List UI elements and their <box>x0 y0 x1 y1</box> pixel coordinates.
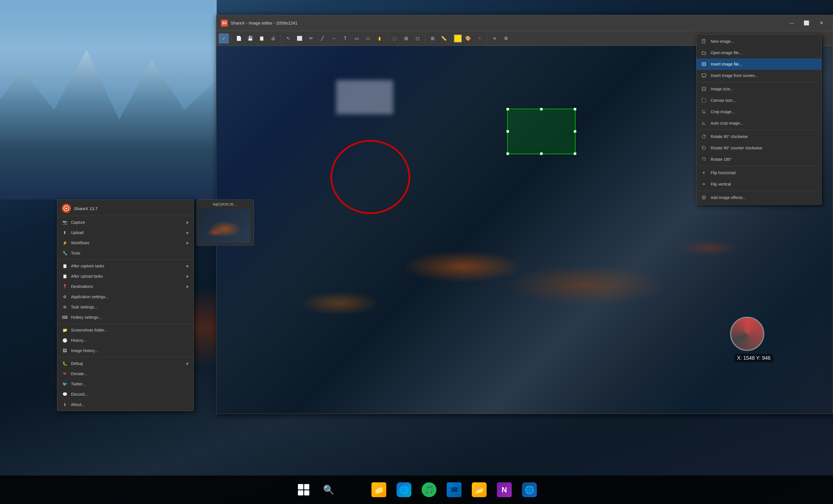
maximize-button[interactable]: ⬜ <box>800 18 813 28</box>
cancel-tool-button[interactable]: ✕ <box>474 33 485 44</box>
ctx-item-auto-crop[interactable]: A Auto crop image... <box>696 117 821 129</box>
arrow-tool-button[interactable]: → <box>329 33 339 44</box>
menu-tool-button[interactable]: ≡ <box>490 33 500 44</box>
copy-tool-button[interactable]: 📋 <box>257 33 267 44</box>
menu-item-app-settings[interactable]: ⚙ Application settings... <box>57 292 194 302</box>
grid-tool-button[interactable]: ⊞ <box>427 33 437 44</box>
handle-tr[interactable] <box>574 108 576 111</box>
ctx-item-insert-image[interactable]: Insert image file... <box>696 58 821 70</box>
edge-button[interactable]: 🌐 <box>392 478 415 501</box>
eraser-tool-button[interactable]: ◻ <box>412 33 423 44</box>
ctx-item-insert-from-screen[interactable]: Insert image from screen... <box>696 70 821 81</box>
menu-item-task-settings[interactable]: ⚙ Task settings... <box>57 302 194 312</box>
cursor-tool-button[interactable]: ↖ <box>283 33 293 44</box>
svg-marker-19 <box>703 184 705 185</box>
color-picker-button[interactable]: 🎨 <box>463 33 473 44</box>
ctx-item-open-image[interactable]: Open image file... <box>696 47 821 58</box>
ruler-tool-button[interactable]: 📏 <box>439 33 449 44</box>
ctx-item-image-size[interactable]: Image size... <box>696 83 821 95</box>
submenu-arrow: ▶ <box>186 241 189 245</box>
menu-item-history[interactable]: 🕐 History... <box>57 335 194 345</box>
ctx-item-add-effects[interactable]: Add image effects... <box>696 192 821 203</box>
print-tool-button[interactable]: 🖨 <box>268 33 278 44</box>
ctx-item-flip-v[interactable]: Flip vertical <box>696 178 821 190</box>
handle-tl[interactable] <box>506 108 509 111</box>
color-picker-preview <box>730 317 764 351</box>
capture-thumbnail[interactable] <box>199 209 251 243</box>
ctx-insert-image-label: Insert image file... <box>711 62 742 66</box>
tools-icon: 🔧 <box>62 250 68 256</box>
search-taskbar-button[interactable]: 🔍 <box>317 478 340 501</box>
rectangle-tool-button[interactable]: ▭ <box>352 33 362 44</box>
handle-bl[interactable] <box>506 152 509 155</box>
line-tool-button[interactable]: ╱ <box>317 33 328 44</box>
selection-tool-button[interactable]: ⬜ <box>294 33 305 44</box>
color-swatch[interactable] <box>454 34 462 43</box>
ctx-item-rotate-cw[interactable]: Rotate 90° clockwise <box>696 131 821 142</box>
canvas-size-ctx-icon <box>701 97 707 103</box>
menu-item-tools[interactable]: 🔧 Tools <box>57 248 194 258</box>
ctx-item-canvas-size[interactable]: Canvas size... <box>696 95 821 106</box>
close-button[interactable]: ✕ <box>814 18 828 28</box>
menu-item-hotkey-settings[interactable]: ⌨ Hotkey settings... <box>57 312 194 322</box>
handle-br[interactable] <box>574 152 576 155</box>
handle-tm[interactable] <box>540 108 543 111</box>
ctx-item-new-image[interactable]: New image... <box>696 35 821 47</box>
onenote-button[interactable]: N <box>493 478 516 501</box>
file-explorer-button[interactable]: 📁 <box>367 478 390 501</box>
menu-item-capture[interactable]: 📷 Capture ▶ <box>57 217 194 227</box>
pixelate-tool-button[interactable]: ⊞ <box>401 33 411 44</box>
handle-mr[interactable] <box>574 130 576 133</box>
editor-context-menu: New image... Open image file... Insert i… <box>696 34 822 205</box>
menu-item-upload[interactable]: ⬆ Upload ▶ <box>57 227 194 238</box>
menu-item-twitter[interactable]: 🐦 Twitter... <box>57 379 194 389</box>
ctx-item-rotate-180[interactable]: 180 Rotate 180° <box>696 154 821 165</box>
settings-tool-button[interactable]: ⚙ <box>501 33 511 44</box>
minimize-button[interactable]: — <box>785 18 799 28</box>
menu-item-debug[interactable]: 🐛 Debug ▶ <box>57 358 194 368</box>
win-logo-q2 <box>304 484 310 489</box>
pencil-tool-button[interactable]: ✏ <box>306 33 316 44</box>
menu-item-after-upload[interactable]: 📋 After upload tasks ▶ <box>57 271 194 281</box>
ctx-item-flip-h[interactable]: Flip horizontal <box>696 167 821 178</box>
menu-item-about[interactable]: ℹ About... <box>57 399 194 410</box>
menu-item-discord[interactable]: 💬 Discord... <box>57 389 194 399</box>
menu-item-workflows[interactable]: ⚡ Workflows ▶ <box>57 238 194 248</box>
sharex-context-menu: ShareX 13.7 📷 Capture ▶ ⬆ Upload ▶ ⚡ Wor… <box>57 199 194 411</box>
spotify-button[interactable]: 🎵 <box>418 478 441 501</box>
handle-ml[interactable] <box>506 130 509 133</box>
menu-item-donate[interactable]: ❤ Donate... <box>57 368 194 379</box>
edge2-button[interactable]: 🌐 <box>518 478 541 501</box>
task-view-button[interactable] <box>342 478 365 501</box>
mail-button[interactable]: ✉ <box>443 478 466 501</box>
start-button[interactable] <box>292 478 315 501</box>
menu-separator-2 <box>57 323 194 324</box>
ctx-rotate-180-label: Rotate 180° <box>711 157 732 162</box>
window-controls: — ⬜ ✕ <box>785 18 828 28</box>
selection-box[interactable] <box>507 109 576 154</box>
ctx-auto-crop-label: Auto crop image... <box>711 121 743 125</box>
open-image-ctx-icon <box>701 50 707 55</box>
ctx-item-rotate-ccw[interactable]: Rotate 90° counter clockwise <box>696 142 821 154</box>
save-tool-button[interactable]: 💾 <box>245 33 256 44</box>
menu-item-after-capture[interactable]: 📋 After capture tasks ▶ <box>57 261 194 271</box>
blur-tool-button[interactable]: ◌ <box>389 33 400 44</box>
highlighter-tool-button[interactable]: ▮ <box>374 33 385 44</box>
new-image-tool-button[interactable]: 📄 <box>234 33 244 44</box>
ctx-item-crop-image[interactable]: Crop image... <box>696 106 821 117</box>
accept-tool-button[interactable]: ✔ <box>219 33 229 44</box>
menu-item-screenshots[interactable]: 📁 Screenshots folder... <box>57 325 194 335</box>
menu-item-destinations[interactable]: 📍 Destinations ▶ <box>57 281 194 292</box>
folder-button[interactable]: 📂 <box>468 478 491 501</box>
menu-item-image-history[interactable]: 🖼 Image history... <box>57 345 194 356</box>
ellipse-tool-button[interactable]: ⬭ <box>363 33 373 44</box>
submenu-arrow: ▶ <box>186 231 189 235</box>
handle-bm[interactable] <box>540 152 543 155</box>
windows-logo <box>298 484 309 496</box>
spotify-icon: 🎵 <box>422 482 436 497</box>
coordinates-display: X: 1548 Y: 946 <box>735 354 773 362</box>
menu-item-app-settings-label: Application settings... <box>71 294 109 299</box>
insert-image-ctx-icon <box>701 61 707 67</box>
text-tool-button[interactable]: T <box>340 33 350 44</box>
win-logo-q1 <box>298 484 303 489</box>
